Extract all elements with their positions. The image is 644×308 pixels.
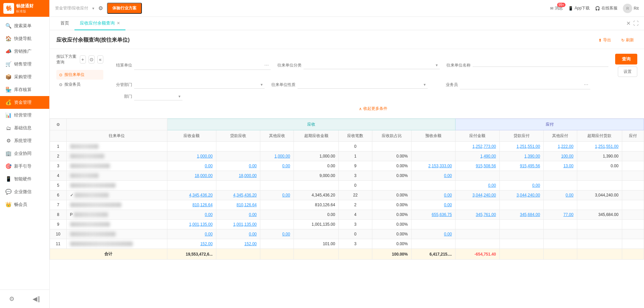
sidebar-item-marketing[interactable]: 📣 营销推广 — [0, 45, 49, 58]
filter-nature-select[interactable]: ▾ — [298, 81, 427, 89]
filter-settlement-input[interactable]: ··· — [134, 61, 271, 70]
filter-nav-by-employee[interactable]: ⊙ 按业务员 — [56, 80, 103, 89]
table-row: 11 ██████████████████████ 152.00 152.00 … — [50, 239, 644, 249]
cell-yushouye: 655,636.75 — [411, 210, 455, 220]
cell-yfujine — [455, 239, 499, 249]
user-avatar[interactable]: R Rit — [623, 4, 639, 13]
cell-ysbishu: 3 — [339, 220, 372, 229]
cell-ysbishu: 0 — [339, 142, 372, 151]
tab-query-label: 应收应付余额查询 — [80, 20, 115, 26]
cell-qtyingfu: 100.00 — [544, 151, 577, 161]
cell-yushouye: 0.00 — [411, 200, 455, 210]
online-service-btn[interactable]: 🎧 在线客服 — [595, 5, 618, 11]
message-icon: ✉ — [550, 6, 553, 11]
sidebar-item-inventory[interactable]: 🏪 库存核算 — [0, 83, 49, 96]
filter-collapse-btn[interactable]: ∧ 收起更多条件 — [109, 104, 637, 114]
filter-salesperson-label: 业务员 — [434, 82, 458, 88]
filter-department-label: 部门 — [109, 94, 132, 99]
settings-button[interactable]: 设置 — [618, 67, 637, 77]
filter-nav-by-unit[interactable]: ⊙ 按往来单位 — [56, 70, 103, 80]
finance-icon: 💰 — [5, 99, 11, 105]
promo-button[interactable]: 体验行业方案 — [107, 3, 142, 14]
breadcrumb-chevron-icon[interactable]: ▾ — [92, 6, 94, 11]
sidebar-item-operations[interactable]: 📊 经营管理 — [0, 109, 49, 122]
page-title: 应收应付余额查询(按往来单位) — [56, 37, 130, 44]
cell-yushouye: 0.00 — [411, 229, 455, 239]
filter-row-3: 部门 ▾ — [109, 93, 637, 100]
cell-yf-extra — [622, 200, 644, 210]
cell-qtyingshou: 1,000.00 — [260, 151, 294, 161]
cell-cqyingfu — [577, 239, 622, 249]
main-area: 首页 应收应付余额查询 ✕ ✕ ⛶ 应收应付余额查询(按往来单位) ⬆ 导出 — [50, 17, 644, 308]
sidebar-item-sales[interactable]: 🛒 销售管理 — [0, 58, 49, 71]
sales-icon: 🛒 — [5, 61, 11, 67]
cell-cqyingshou: 0.00 — [293, 161, 338, 171]
logo-name: 畅捷通财 — [16, 3, 34, 9]
tab-close-icon[interactable]: ✕ — [117, 21, 120, 26]
table-wrapper: ⚙ 应收 应付 往来单位 应收金额 贷款应收 其他应收 超期应收金额 — [50, 119, 644, 260]
tab-maximize-icon[interactable]: ⛶ — [633, 20, 639, 27]
filter-unit-name-input[interactable] — [473, 64, 608, 67]
sidebar-item-guide[interactable]: 🎯 新手引导 — [0, 160, 49, 173]
refresh-button[interactable]: ↻ 刷新 — [618, 36, 637, 45]
cell-ysbishu: 1 — [339, 151, 372, 161]
filter-dept-label: 分管部门 — [109, 82, 132, 88]
cell-cqyingfu: 0.00 — [577, 161, 622, 171]
sidebar-item-purchase[interactable]: 📦 采购管理 — [0, 71, 49, 83]
cell-qtyingfu: 13.00 — [544, 161, 577, 171]
sidebar-label-sales: 销售管理 — [14, 61, 32, 67]
sidebar-item-hardware[interactable]: 📱 智能硬件 — [0, 173, 49, 185]
footer-yfujine: -654,751.40 — [455, 249, 499, 260]
cell-yfujine: 3,044,240.00 — [455, 190, 499, 200]
table-row: 8 P ████████████ 0.00 0.00 0.00 4 0.00% … — [50, 210, 644, 220]
cell-dkyingshou — [216, 142, 260, 151]
sidebar-item-basic[interactable]: 🗂 基础信息 — [0, 122, 49, 134]
cell-yfujine: 1,252,773.00 — [455, 142, 499, 151]
cell-qtyingshou — [260, 181, 294, 190]
app-download-btn[interactable]: 📱 App下载 — [568, 5, 590, 11]
sidebar-item-wechat[interactable]: 💬 企业微信 — [0, 185, 49, 198]
system-icon: ⚙ — [5, 138, 11, 144]
filter-settings-btn[interactable]: ⊙ — [89, 55, 95, 63]
filter-add-btn[interactable]: + — [80, 55, 86, 63]
sidebar-item-member[interactable]: 👑 畅会员 — [0, 198, 49, 211]
cell-yushouye: 0.00 — [411, 171, 455, 181]
tab-home[interactable]: 首页 — [55, 17, 74, 30]
sidebar-item-finance[interactable]: 💰 资金管理 — [0, 96, 49, 109]
sidebar-item-search[interactable]: 🔍 搜索菜单 — [0, 19, 49, 32]
sidebar-item-quick[interactable]: 🏠 快捷导航 — [0, 32, 49, 45]
filter-collapse-nav-btn[interactable]: « — [97, 55, 103, 63]
message-btn[interactable]: ✉ 消息 99+ — [550, 5, 563, 11]
app-icon: 📱 — [568, 6, 573, 11]
sidebar-collapse-btn[interactable]: ◀‖ — [31, 293, 42, 305]
tab-query[interactable]: 应收应付余额查询 ✕ — [74, 17, 125, 30]
cell-unit: ████████████████ — [66, 181, 167, 190]
collapse-chevron-icon: ∧ — [359, 106, 362, 111]
chevron-down-icon: ▾ — [436, 63, 438, 68]
export-button[interactable]: ⬆ 导出 — [595, 36, 614, 45]
cell-qtyingshou — [260, 220, 294, 229]
th-yskzanbi: 应收款占比 — [372, 130, 411, 142]
cell-cqyingshou: 810,126.64 — [293, 200, 338, 210]
service-label: 在线客服 — [601, 5, 618, 11]
cell-ysjine: 4,345,436.20 — [167, 190, 216, 200]
sidebar-item-system[interactable]: ⚙ 系统管理 — [0, 134, 49, 147]
footer-yushouye: 6,417,215.... — [411, 249, 455, 260]
settings-gear-icon[interactable]: ⚙ — [98, 5, 103, 11]
filter-dept-select[interactable]: ▾ — [134, 81, 265, 89]
query-button[interactable]: 查询 — [615, 54, 637, 64]
table-footer-row: 合计 19,553,472,6... 100.00% 6,417,215....… — [50, 249, 644, 260]
sidebar-item-enterprise[interactable]: 🏢 企业协同 — [0, 147, 49, 160]
filter-category-select[interactable]: ▾ — [304, 61, 439, 69]
cell-yfujine — [455, 229, 499, 239]
table-col-group-row: ⚙ 应收 应付 — [50, 119, 644, 130]
filter-salesperson-input[interactable]: ··· — [460, 80, 590, 89]
sidebar-settings-btn[interactable]: ⚙ — [7, 293, 16, 305]
cell-dkyingfu: 3,044,240.00 — [499, 190, 543, 200]
th-yushouye: 预收余额 — [411, 130, 455, 142]
cell-ysjine: 1,000.00 — [167, 151, 216, 161]
filter-department-select[interactable]: ▾ — [134, 93, 182, 100]
col-group-unit — [66, 119, 167, 130]
tab-minimize-icon[interactable]: ✕ — [626, 20, 631, 27]
avatar-img: R — [623, 4, 632, 13]
